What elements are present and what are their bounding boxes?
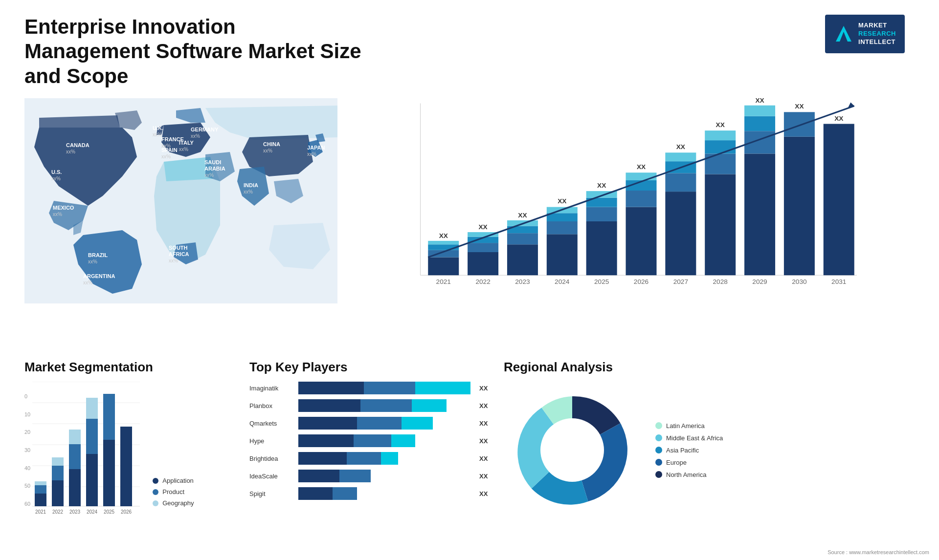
player-bar [298, 434, 470, 447]
svg-rect-52 [626, 191, 657, 207]
table-row: Qmarkets XX [249, 417, 494, 430]
source-text: Source : www.marketresearchintellect.com [827, 549, 929, 555]
us-label: U.S. [51, 169, 62, 175]
svg-rect-110 [120, 427, 132, 506]
svg-rect-101 [69, 430, 81, 444]
svg-text:XX: XX [716, 121, 725, 129]
svg-rect-41 [547, 213, 578, 221]
svg-text:2021: 2021 [35, 509, 46, 515]
svg-text:xx%: xx% [53, 212, 62, 217]
svg-rect-58 [665, 173, 696, 192]
svg-text:xx%: xx% [307, 151, 316, 157]
svg-rect-60 [665, 152, 696, 161]
player-value: XX [479, 490, 494, 497]
spain-label: SPAIN [161, 147, 178, 153]
svg-text:XX: XX [597, 182, 606, 189]
svg-rect-79 [824, 124, 854, 276]
svg-text:2026: 2026 [121, 509, 132, 515]
svg-text:XX: XX [795, 103, 804, 110]
svg-rect-33 [507, 244, 538, 275]
player-bar [298, 417, 470, 430]
table-row: Planbox XX [249, 399, 494, 412]
svg-text:xx%: xx% [161, 154, 171, 159]
brazil-label: BRAZIL [88, 252, 108, 258]
svg-text:2024: 2024 [555, 278, 570, 285]
key-players-title: Top Key Players [249, 360, 494, 375]
svg-rect-75 [784, 137, 815, 276]
player-bar [298, 399, 470, 412]
svg-text:2027: 2027 [673, 278, 688, 285]
page-title: Enterprise Innovation Management Softwar… [24, 15, 367, 88]
germany-label: GERMANY [191, 127, 219, 132]
svg-point-112 [540, 418, 604, 482]
svg-rect-91 [35, 494, 46, 506]
legend-north-america: North America [655, 471, 723, 478]
svg-rect-96 [52, 466, 64, 480]
svg-text:2029: 2029 [752, 278, 767, 285]
svg-rect-45 [586, 221, 617, 275]
legend-dot-application [153, 478, 158, 484]
svg-text:xx%: xx% [83, 280, 92, 285]
svg-text:XX: XX [478, 223, 487, 231]
player-name: Qmarkets [249, 420, 293, 427]
svg-text:XX: XX [755, 98, 764, 104]
table-row: Imaginatik XX [249, 382, 494, 394]
player-name: Brightidea [249, 455, 293, 462]
player-name: Planbox [249, 402, 293, 409]
world-map: CANADA xx% U.S. xx% MEXICO xx% BRAZIL xx… [24, 98, 337, 303]
svg-rect-105 [86, 398, 98, 419]
svg-rect-40 [547, 221, 578, 234]
svg-rect-103 [86, 454, 98, 506]
svg-rect-46 [586, 207, 617, 221]
india-label: INDIA [244, 182, 258, 188]
italy-label: ITALY [179, 140, 194, 146]
svg-text:2028: 2028 [713, 278, 728, 285]
svg-text:2025: 2025 [594, 278, 609, 285]
player-list: Imaginatik XX Planbox [249, 382, 494, 500]
mexico-label: MEXICO [53, 205, 74, 211]
legend-application: Application [153, 477, 194, 484]
logo-area: MARKET RESEARCH INTELLECT [825, 15, 905, 53]
table-row: Spigit XX [249, 487, 494, 500]
player-value: XX [479, 455, 494, 462]
player-name: IdeaScale [249, 473, 293, 480]
svg-text:ARABIA: ARABIA [204, 166, 225, 172]
player-value: XX [479, 385, 494, 392]
svg-rect-27 [468, 252, 498, 275]
table-row: Brightidea XX [249, 452, 494, 465]
svg-rect-93 [35, 481, 46, 485]
svg-text:2023: 2023 [69, 509, 81, 515]
svg-rect-39 [547, 234, 578, 275]
donut-chart [504, 382, 641, 518]
player-value: XX [479, 437, 494, 445]
player-bar [298, 470, 470, 482]
legend-latin-america: Latin America [655, 422, 723, 430]
player-value: XX [479, 420, 494, 427]
svg-text:2022: 2022 [475, 278, 490, 285]
page-container: Enterprise Innovation Management Softwar… [0, 0, 939, 560]
legend-asia-pacific: Asia Pacific [655, 447, 723, 454]
svg-text:xx%: xx% [88, 259, 97, 264]
regional-section: Regional Analysis [504, 360, 915, 545]
logo-icon [834, 24, 853, 43]
svg-text:2023: 2023 [515, 278, 530, 285]
table-row: IdeaScale XX [249, 470, 494, 482]
logo-box: MARKET RESEARCH INTELLECT [825, 15, 905, 53]
svg-text:XX: XX [637, 163, 646, 171]
bottom-row: Market Segmentation 60 50 40 30 20 10 0 [24, 360, 915, 545]
svg-text:XX: XX [834, 115, 843, 122]
japan-label: JAPAN [307, 145, 325, 151]
svg-text:xx%: xx% [179, 147, 188, 152]
player-value: XX [479, 402, 494, 409]
svg-rect-63 [705, 174, 736, 276]
player-bar [298, 382, 470, 394]
svg-text:xx%: xx% [51, 176, 61, 181]
svg-rect-51 [626, 207, 657, 276]
southafrica-label: SOUTH [169, 245, 188, 251]
segmentation-title: Market Segmentation [24, 360, 240, 375]
svg-rect-107 [103, 440, 115, 506]
svg-rect-21 [428, 258, 459, 276]
svg-rect-69 [744, 154, 775, 276]
seg-y-labels: 60 50 40 30 20 10 0 [24, 393, 30, 518]
svg-rect-28 [468, 243, 498, 252]
